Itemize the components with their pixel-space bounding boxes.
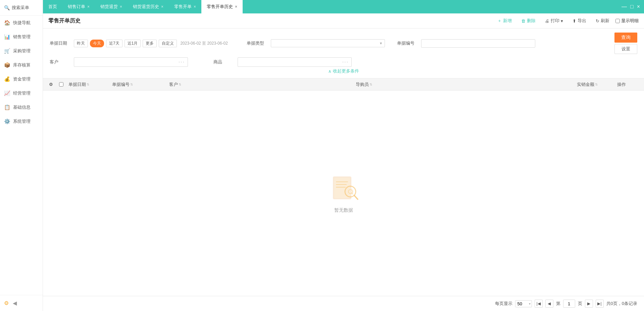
th-num-label: 单据编号 <box>112 82 130 88</box>
th-num: 单据编号 ⇅ <box>109 82 166 88</box>
sidebar-item-inventory[interactable]: 📦 库存核算 <box>0 58 43 72</box>
print-label: 打印 <box>551 18 559 24</box>
page-number-input[interactable] <box>563 300 575 308</box>
tab-sales-return-history[interactable]: 销货退货历史 × <box>128 0 169 13</box>
date-btn-custom[interactable]: 自定义 <box>159 40 177 47</box>
toolbar: 零售开单历史 ＋ 新增 🗑 删除 🖨 打印 ▾ ⬆ 导出 ↻ 刷新 显示明细 <box>43 13 644 29</box>
export-button[interactable]: ⬆ 导出 <box>569 16 590 25</box>
display-detail-checkbox[interactable] <box>615 19 620 23</box>
goods-input-field[interactable] <box>241 60 342 65</box>
main-content: 首页 销售订单 × 销货退货 × 销货退货历史 × 零售开单 × 零售开单历史 … <box>43 0 644 311</box>
th-amount-label: 实销金额 <box>577 82 594 88</box>
settings-button[interactable]: 设置 <box>614 44 637 54</box>
delete-label: 删除 <box>527 18 536 24</box>
th-checkbox[interactable] <box>56 82 66 87</box>
sidebar-item-system[interactable]: ⚙️ 系统管理 <box>0 114 43 128</box>
tab-retail-open-history[interactable]: 零售开单历史 × <box>201 0 243 13</box>
money-icon: 💰 <box>4 76 10 82</box>
filter-area: 单据日期 昨天 今天 近7天 近1月 更多 自定义 2023-06-02 至 2… <box>43 29 644 79</box>
maximize-icon[interactable]: □ <box>630 4 634 10</box>
add-button[interactable]: ＋ 新增 <box>494 16 515 25</box>
goods-filter-label: 商品 <box>213 59 232 65</box>
tab-home[interactable]: 首页 <box>43 0 62 13</box>
customer-filter-label: 客户 <box>50 59 68 65</box>
type-filter-select[interactable]: ▾ <box>271 39 385 47</box>
sidebar-item-sales-mgmt[interactable]: 📊 销售管理 <box>0 30 43 44</box>
tab-sales-order-close[interactable]: × <box>87 4 90 9</box>
th-amount-sort-icon[interactable]: ⇅ <box>595 83 598 86</box>
sidebar-item-base-info[interactable]: 📋 基础信息 <box>0 100 43 114</box>
date-btn-today[interactable]: 今天 <box>90 40 104 47</box>
delete-button[interactable]: 🗑 删除 <box>518 16 539 25</box>
page-first-button[interactable]: |◀ <box>535 300 543 308</box>
page-size-label: 每页显示 <box>495 301 512 307</box>
filter-row-2: 客户 ··· 商品 ··· <box>50 57 637 67</box>
select-all-checkbox[interactable] <box>59 82 63 87</box>
refresh-label: 刷新 <box>601 18 609 24</box>
th-date-label: 单据日期 <box>68 82 86 88</box>
th-ops: 操作 <box>614 82 641 88</box>
sidebar-item-label: 资金管理 <box>13 76 31 82</box>
box-icon: 📦 <box>4 62 10 68</box>
date-btn-more[interactable]: 更多 <box>143 40 157 47</box>
th-salesperson: 导购员 ⇅ <box>353 82 393 88</box>
sidebar-search[interactable]: 🔍 搜索采单 <box>0 0 43 16</box>
th-date-sort-icon[interactable]: ⇅ <box>87 83 89 86</box>
table-area: ⚙ 单据日期 ⇅ 单据编号 ⇅ 客户 ⇅ 导购员 ⇅ 实 <box>43 79 644 296</box>
collapse-sidebar-icon[interactable]: ◀ <box>13 300 17 306</box>
customer-filter-input[interactable]: ··· <box>74 57 188 67</box>
gear-icon: ⚙️ <box>4 118 10 124</box>
date-btn-1month[interactable]: 近1月 <box>125 40 141 47</box>
query-button[interactable]: 查询 <box>614 33 637 43</box>
sidebar-item-purchase-mgmt[interactable]: 🛒 采购管理 <box>0 44 43 58</box>
minimize-icon[interactable]: — <box>622 4 627 10</box>
page-size-select[interactable]: 10 20 50 100 <box>515 300 532 307</box>
tab-sales-return[interactable]: 销货退货 × <box>95 0 128 13</box>
th-amount: 实销金额 ⇅ <box>574 82 614 88</box>
page-last-button[interactable]: ▶| <box>596 300 604 308</box>
action-buttons: 查询 设置 <box>614 33 637 54</box>
tab-sales-return-close[interactable]: × <box>120 4 122 9</box>
th-settings[interactable]: ⚙ <box>46 82 56 87</box>
tab-retail-open-history-close[interactable]: × <box>235 4 237 9</box>
settings-gear-icon[interactable]: ⚙ <box>4 300 9 306</box>
table-settings-icon[interactable]: ⚙ <box>49 82 53 87</box>
num-filter-label: 单据编号 <box>397 40 416 46</box>
add-icon: ＋ <box>497 18 502 24</box>
th-salesperson-sort-icon[interactable]: ⇅ <box>369 83 372 86</box>
svg-line-7 <box>354 196 358 199</box>
tab-sales-return-history-close[interactable]: × <box>161 4 163 9</box>
sidebar-item-operations[interactable]: 📈 经营管理 <box>0 86 43 100</box>
page-next-button[interactable]: ▶ <box>585 300 593 308</box>
num-filter-input[interactable] <box>421 39 535 48</box>
add-label: 新增 <box>503 18 512 24</box>
customer-input-field[interactable] <box>77 60 179 65</box>
tab-sales-return-label: 销货退货 <box>100 4 118 10</box>
refresh-button[interactable]: ↻ 刷新 <box>592 16 613 25</box>
tab-retail-open-close[interactable]: × <box>194 4 196 9</box>
sidebar-item-quick-nav[interactable]: 🏠 快捷导航 <box>0 16 43 30</box>
tab-bar: 首页 销售订单 × 销货退货 × 销货退货历史 × 零售开单 × 零售开单历史 … <box>43 0 644 13</box>
tab-retail-open[interactable]: 零售开单 × <box>169 0 201 13</box>
tab-sales-order[interactable]: 销售订单 × <box>62 0 95 13</box>
th-customer-sort-icon[interactable]: ⇅ <box>179 83 181 86</box>
close-icon[interactable]: × <box>637 4 640 10</box>
sidebar-footer: ⚙ ◀ <box>0 295 43 311</box>
print-button[interactable]: 🖨 打印 ▾ <box>542 16 566 25</box>
goods-filter-input[interactable]: ··· <box>238 57 352 67</box>
date-btn-yesterday[interactable]: 昨天 <box>74 40 88 47</box>
date-filter-buttons: 昨天 今天 近7天 近1月 更多 自定义 2023-06-02 至 2023-0… <box>74 40 228 47</box>
display-detail-checkbox-group[interactable]: 显示明细 <box>615 18 639 24</box>
display-detail-label: 显示明细 <box>621 18 639 24</box>
page-prev-button[interactable]: ◀ <box>545 300 553 308</box>
customer-dots[interactable]: ··· <box>179 59 185 65</box>
delete-icon: 🗑 <box>521 18 526 23</box>
th-num-sort-icon[interactable]: ⇅ <box>130 83 133 86</box>
goods-dots[interactable]: ··· <box>342 59 349 65</box>
collapse-filter-btn[interactable]: ∧ 收起更多条件 <box>50 68 637 74</box>
th-customer: 客户 ⇅ <box>166 82 353 88</box>
sidebar: 🔍 搜索采单 🏠 快捷导航 📊 销售管理 🛒 采购管理 📦 库存核算 💰 资金管… <box>0 0 43 311</box>
date-btn-7days[interactable]: 近7天 <box>106 40 122 47</box>
sidebar-item-finance[interactable]: 💰 资金管理 <box>0 72 43 86</box>
page-size-wrapper: 10 20 50 100 ▾ <box>515 300 532 307</box>
